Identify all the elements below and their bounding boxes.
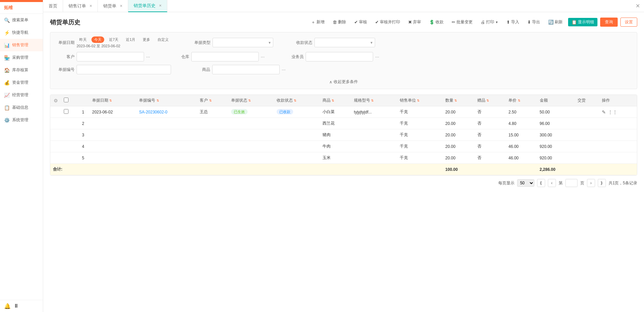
customer-select-icon[interactable]: ··· [146, 54, 150, 59]
sidebar-item-sales[interactable]: 📊 销售管理 [0, 39, 43, 51]
tab-sales-goods[interactable]: 销货单 ✕ [98, 0, 128, 12]
edit-row-icon[interactable]: ✎ [602, 109, 606, 115]
add-icon: ＋ [311, 19, 315, 25]
date-chip-yesterday[interactable]: 昨天 [77, 36, 89, 43]
refresh-button[interactable]: 🔄 刷新 [545, 18, 565, 26]
table-row: 1 2023-06-02 SA-20230602-0 王总 已生效 已收款 小白… [50, 106, 637, 118]
page-first-button[interactable]: ⟪ [537, 179, 545, 187]
batch-change-button[interactable]: ✏ 批量变更 [449, 18, 475, 26]
date-chip-7days[interactable]: 近7天 [106, 36, 121, 43]
date-chip-more[interactable]: 更多 [140, 36, 153, 43]
close-sales-history-icon[interactable]: ✕ [159, 4, 162, 7]
col-date[interactable]: 单据日期 ⇅ [89, 95, 136, 106]
select-all-checkbox[interactable] [64, 98, 68, 102]
cell-price: 15.00 [506, 129, 537, 141]
export-button[interactable]: ⬇ 导出 [525, 18, 543, 26]
abandon-button[interactable]: ✖ 弃审 [405, 18, 424, 26]
summary-empty [89, 164, 443, 175]
date-chip-1month[interactable]: 近1月 [123, 36, 138, 43]
col-goods[interactable]: 商品 ⇅ [320, 95, 352, 106]
page-prev-button[interactable]: ‹ [548, 179, 556, 187]
print-button[interactable]: 🖨 打印 ▼ [478, 18, 501, 26]
filter-type-item: 单据类型 ▼ [192, 38, 273, 47]
warehouse-select-icon[interactable]: ··· [261, 54, 265, 59]
toolbar: 销货单历史 ＋ 新增 🗑 删除 ✔ 审核 ✔ 审核并打印 [50, 18, 637, 27]
col-gift[interactable]: 赠品 ⇅ [475, 95, 506, 106]
cell-amount: 96.00 [537, 118, 575, 129]
query-button[interactable]: 查询 [600, 18, 618, 27]
col-qty[interactable]: 数量 ⇅ [443, 95, 475, 106]
col-customer[interactable]: 客户 ⇅ [197, 95, 228, 106]
sidebar-item-system[interactable]: ⚙️ 系统管理 [0, 114, 43, 126]
col-settings[interactable]: ⚙ [50, 95, 61, 106]
import-button[interactable]: ⬆ 导入 [504, 18, 522, 26]
collect-button[interactable]: 💲 收款 [426, 18, 446, 26]
col-order-status[interactable]: 单据状态 ⇅ [228, 95, 274, 106]
type-select[interactable] [213, 38, 273, 47]
sidebar-item-label: 系统管理 [12, 117, 28, 123]
sidebar-item-inventory[interactable]: 🏠 库存核算 [0, 64, 43, 76]
goods-input[interactable] [212, 65, 280, 74]
col-price[interactable]: 单价 ⇅ [506, 95, 537, 106]
page-size-label: 每页显示 [498, 180, 514, 186]
col-order-no[interactable]: 单据编号 ⇅ [136, 95, 197, 106]
row-checkbox[interactable] [64, 109, 68, 114]
pause-icon[interactable]: ⏸ [13, 303, 19, 309]
notification-icon[interactable]: 🔔 [4, 303, 11, 309]
settings-icon[interactable]: ⚙ [54, 98, 58, 103]
col-seq [79, 95, 89, 106]
cell-spec: tyjyjtyjdf... [351, 106, 397, 118]
setting-button[interactable]: 设置 [620, 18, 637, 27]
page-number-input[interactable]: 1 [565, 179, 578, 187]
date-range-display: 2023-06-02 至 2023-06-02 [77, 44, 171, 49]
add-button[interactable]: ＋ 新增 [308, 18, 327, 27]
warehouse-input[interactable] [191, 52, 259, 61]
cell-gift: 否 [475, 141, 506, 152]
more-row-icon[interactable]: ⋮⋮ [608, 109, 617, 115]
audit-button[interactable]: ✔ 审核 [352, 18, 370, 26]
col-spec[interactable]: 规格型号 ⇅ [351, 95, 397, 106]
sidebar-item-finance[interactable]: 💰 资金管理 [0, 76, 43, 89]
abandon-label: 弃审 [413, 19, 421, 25]
staff-input[interactable] [306, 52, 373, 61]
cell-payment-status [274, 129, 320, 141]
audit-icon: ✔ [354, 20, 358, 25]
sidebar-item-operations[interactable]: 📈 经营管理 [0, 89, 43, 101]
close-sales-goods-icon[interactable]: ✕ [120, 4, 122, 8]
sidebar-item-quick-nav[interactable]: ⚡ 快捷导航 [0, 26, 43, 39]
sidebar-item-search[interactable]: 🔍 搜索菜单 [0, 14, 43, 26]
display-detail-button[interactable]: 📋 显示明细 [568, 18, 597, 26]
col-payment-status[interactable]: 收款状态 ⇅ [274, 95, 320, 106]
print-label: 打印 [486, 19, 494, 25]
delete-button[interactable]: 🗑 删除 [330, 18, 349, 26]
tab-sales-history[interactable]: 销货单历史 ✕ [128, 0, 167, 12]
order-status-badge: 已生效 [231, 109, 248, 114]
page-last-button[interactable]: ⟫ [598, 179, 606, 187]
payment-select[interactable] [314, 38, 375, 47]
cell-actions [599, 129, 637, 141]
customer-input[interactable] [77, 52, 144, 61]
staff-select-icon[interactable]: ··· [375, 54, 379, 59]
cell-actions: ✎ ⋮⋮ [599, 106, 637, 118]
order-no-input[interactable] [77, 65, 171, 74]
page-size-select[interactable]: 50 10 20 100 [517, 179, 534, 187]
close-sales-order-icon[interactable]: ✕ [89, 4, 92, 8]
cell-spec [351, 152, 397, 164]
tab-home[interactable]: 首页 [43, 0, 63, 12]
collapse-label: 收起更多条件 [334, 79, 358, 85]
sidebar-item-base-info[interactable]: 📋 基础信息 [0, 101, 43, 114]
date-chip-custom[interactable]: 自定义 [155, 36, 171, 43]
date-chip-today[interactable]: 今天 [91, 36, 104, 43]
goods-select-icon[interactable]: ··· [282, 67, 286, 72]
close-all-tabs-button[interactable]: ✕ [632, 3, 644, 9]
collapse-filter-button[interactable]: ∧ 收起更多条件 [56, 78, 632, 85]
audit-print-button[interactable]: ✔ 审核并打印 [372, 18, 403, 26]
col-unit[interactable]: 销售单位 ⇅ [397, 95, 443, 106]
tab-sales-order[interactable]: 销售订单 ✕ [63, 0, 98, 12]
sidebar-item-purchase[interactable]: 🏪 采购管理 [0, 51, 43, 64]
customer-label: 客户 [56, 54, 75, 60]
col-amount: 金额 [537, 95, 575, 106]
page-next-button[interactable]: › [587, 179, 595, 187]
cell-actions [599, 152, 637, 164]
cell-price: 2.50 [506, 106, 537, 118]
